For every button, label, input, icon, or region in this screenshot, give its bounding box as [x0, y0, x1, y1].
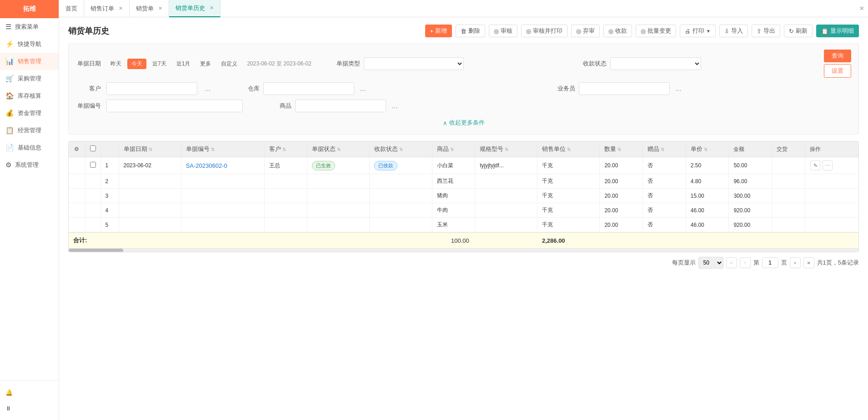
- settings-th[interactable]: ⚙: [69, 141, 85, 157]
- collect-status-th[interactable]: 收款状态: [370, 141, 432, 157]
- sidebar-item-finance[interactable]: 💰 资金管理: [0, 105, 59, 122]
- audit-button[interactable]: ◎ 审核: [489, 25, 517, 37]
- sidebar-item-sales-mgmt[interactable]: 📊 销售管理: [0, 53, 59, 70]
- tab-sales-history-close[interactable]: ✕: [210, 5, 214, 11]
- sidebar-item-quick-nav[interactable]: ⚡ 快捷导航: [0, 35, 59, 53]
- tab-sales-order[interactable]: 销售订单 ✕: [84, 0, 130, 17]
- page-first-btn[interactable]: «: [726, 257, 737, 268]
- tab-bar-end[interactable]: ✕: [859, 5, 868, 12]
- goods-sort[interactable]: 商品: [437, 145, 454, 153]
- collect-button[interactable]: ◎ 收款: [603, 25, 632, 37]
- settings-cell: [69, 174, 85, 189]
- gift-th[interactable]: 赠品: [643, 141, 686, 157]
- table-scrollbar[interactable]: [69, 248, 858, 252]
- unit-sort[interactable]: 销售单位: [542, 145, 571, 153]
- doc-status-sort[interactable]: 单据状态: [312, 145, 341, 153]
- batch-change-icon: ◎: [641, 28, 646, 35]
- goods-input[interactable]: [295, 100, 386, 112]
- qty-sort[interactable]: 数量: [604, 145, 621, 153]
- print-button[interactable]: 🖨 打印 ▼: [680, 25, 716, 37]
- sidebar-item-label: 经营管理: [18, 126, 41, 135]
- chip-1month[interactable]: 近1月: [172, 59, 195, 69]
- sidebar-item-inventory[interactable]: 🏠 库存核算: [0, 87, 59, 105]
- page-size-select[interactable]: 20 50 100: [698, 257, 723, 269]
- warehouse-input[interactable]: [263, 82, 354, 95]
- audit-print-button[interactable]: ◎ 审核并打印: [521, 25, 567, 37]
- customer-sort[interactable]: 客户: [269, 145, 286, 153]
- refresh-button[interactable]: ↻ 刷新: [784, 25, 813, 37]
- qty-cell: 20.00: [600, 189, 643, 203]
- set-button[interactable]: 设置: [824, 64, 851, 78]
- salesman-dots[interactable]: …: [675, 85, 682, 92]
- ops-mgmt-icon: 📋: [5, 126, 14, 135]
- tab-sales-invoice-close[interactable]: ✕: [158, 5, 162, 11]
- goods-th[interactable]: 商品: [432, 141, 475, 157]
- trade-th: 交货: [772, 141, 805, 157]
- tab-sales-order-close[interactable]: ✕: [119, 5, 123, 11]
- batch-change-button[interactable]: ◎ 批量变更: [636, 25, 676, 37]
- unit-th[interactable]: 销售单位: [537, 141, 600, 157]
- row-checkbox[interactable]: [90, 162, 96, 168]
- collect-status-select[interactable]: [610, 57, 701, 70]
- page-input[interactable]: [762, 257, 778, 268]
- customer-dots[interactable]: …: [205, 85, 211, 92]
- spec-th[interactable]: 规格型号: [475, 141, 537, 157]
- doc-status-th[interactable]: 单据状态: [307, 141, 370, 157]
- op-cell: [805, 174, 858, 189]
- page-last-btn[interactable]: »: [803, 257, 814, 268]
- sidebar-item-label: 销售管理: [18, 57, 41, 65]
- tab-sales-invoice[interactable]: 销货单 ✕: [130, 0, 169, 17]
- gift-sort[interactable]: 赠品: [647, 145, 664, 153]
- doc-date-sort[interactable]: 单据日期: [124, 145, 152, 153]
- sidebar-item-purchase-mgmt[interactable]: 🛒 采购管理: [0, 70, 59, 87]
- tab-sales-history[interactable]: 销货单历史 ✕: [169, 0, 221, 17]
- sidebar-item-search-menu[interactable]: ☰ 搜索菜单: [0, 18, 59, 35]
- unit-price-sort[interactable]: 单价: [691, 145, 707, 153]
- doc-date-th[interactable]: 单据日期: [119, 141, 181, 157]
- chip-custom[interactable]: 自定义: [217, 59, 241, 69]
- abandon-button[interactable]: ◎ 弃审: [571, 25, 600, 37]
- salesman-input[interactable]: [579, 82, 670, 95]
- delete-button[interactable]: 🗑 删除: [456, 25, 485, 37]
- more-btn[interactable]: ⋯: [823, 160, 833, 170]
- unit-price-th[interactable]: 单价: [686, 141, 729, 157]
- new-button[interactable]: + 新增: [425, 25, 452, 37]
- customer-th[interactable]: 客户: [264, 141, 307, 157]
- goods-dots[interactable]: …: [391, 102, 398, 110]
- check-all[interactable]: [90, 145, 96, 151]
- collect-status-sort[interactable]: 收款状态: [374, 145, 403, 153]
- chip-more[interactable]: 更多: [196, 59, 215, 69]
- export-button[interactable]: ⇧ 导出: [752, 25, 780, 37]
- table-scrollbar-thumb[interactable]: [69, 249, 123, 252]
- tab-home[interactable]: 首页: [59, 0, 84, 17]
- doc-no-sort[interactable]: 单据编号: [186, 145, 215, 153]
- sidebar-item-ops-mgmt[interactable]: 📋 经营管理: [0, 122, 59, 139]
- chip-yesterday[interactable]: 昨天: [106, 59, 125, 69]
- sidebar-notification[interactable]: 🔔: [0, 385, 59, 400]
- show-detail-button[interactable]: 📋 显示明细: [816, 25, 859, 37]
- table-row: 2西兰花千克20.00否4.8096.00: [69, 174, 858, 189]
- chip-today[interactable]: 今天: [127, 59, 146, 69]
- doc-date-cell: [119, 203, 181, 218]
- chip-7days[interactable]: 近7天: [148, 59, 171, 69]
- edit-btn[interactable]: ✎: [810, 160, 820, 170]
- collapse-button[interactable]: ∧ 收起更多条件: [76, 117, 851, 129]
- qty-th[interactable]: 数量: [600, 141, 643, 157]
- doc-no-input[interactable]: [106, 100, 243, 112]
- doc-type-select[interactable]: [364, 57, 464, 70]
- sidebar-item-sys-mgmt[interactable]: ⚙ 系统管理: [0, 156, 59, 174]
- warehouse-dots[interactable]: …: [360, 85, 366, 92]
- import-button[interactable]: ⇩ 导入: [719, 25, 748, 37]
- sidebar-item-base-info[interactable]: 📄 基础信息: [0, 139, 59, 156]
- doc-no-th[interactable]: 单据编号: [181, 141, 264, 157]
- check-cell: [85, 189, 100, 203]
- sidebar-pause[interactable]: ⏸: [0, 400, 59, 416]
- doc-no-cell-link[interactable]: SA-20230602-0: [186, 162, 227, 169]
- page-next-btn[interactable]: ›: [790, 257, 801, 268]
- query-button[interactable]: 查询: [824, 50, 851, 62]
- collect-status-cell: [370, 189, 432, 203]
- check-th[interactable]: [85, 141, 100, 157]
- spec-sort[interactable]: 规格型号: [480, 145, 508, 153]
- page-prev-btn[interactable]: ‹: [740, 257, 751, 268]
- customer-input[interactable]: [106, 82, 197, 95]
